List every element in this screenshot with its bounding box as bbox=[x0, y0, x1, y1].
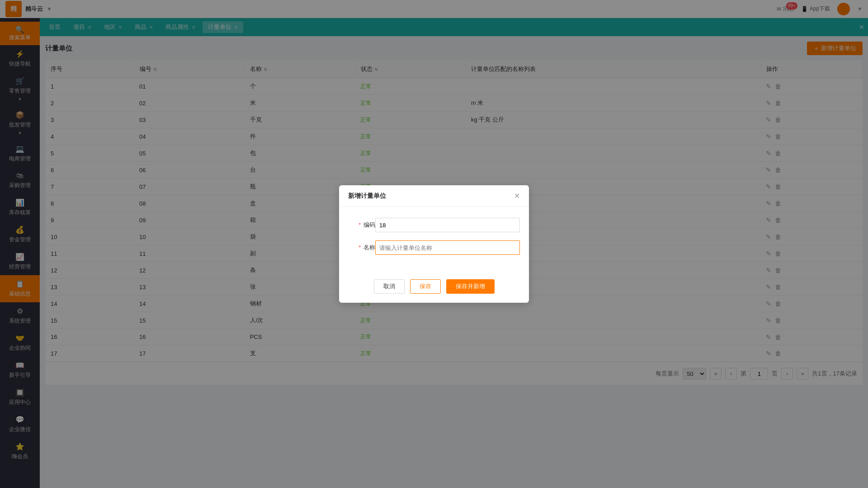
modal-overlay: 新增计量单位 ✕ * 编码 * 名称 取消 保存 保存并新增 bbox=[0, 0, 868, 488]
code-input[interactable] bbox=[375, 218, 520, 232]
modal-body: * 编码 * 名称 bbox=[339, 207, 529, 274]
required-mark-name: * bbox=[359, 244, 361, 251]
add-unit-modal: 新增计量单位 ✕ * 编码 * 名称 取消 保存 保存并新增 bbox=[339, 185, 529, 303]
modal-title: 新增计量单位 bbox=[348, 192, 386, 200]
form-row-code: * 编码 bbox=[348, 218, 520, 232]
save-new-button[interactable]: 保存并新增 bbox=[446, 279, 495, 294]
modal-footer: 取消 保存 保存并新增 bbox=[339, 274, 529, 303]
modal-close-button[interactable]: ✕ bbox=[514, 192, 520, 200]
save-button[interactable]: 保存 bbox=[410, 279, 441, 294]
name-input[interactable] bbox=[375, 240, 520, 255]
required-mark-code: * bbox=[359, 221, 361, 228]
form-label-name: * 名称 bbox=[348, 244, 375, 252]
cancel-button[interactable]: 取消 bbox=[374, 279, 405, 294]
modal-header: 新增计量单位 ✕ bbox=[339, 185, 529, 207]
form-row-name: * 名称 bbox=[348, 240, 520, 255]
form-label-code: * 编码 bbox=[348, 221, 375, 229]
